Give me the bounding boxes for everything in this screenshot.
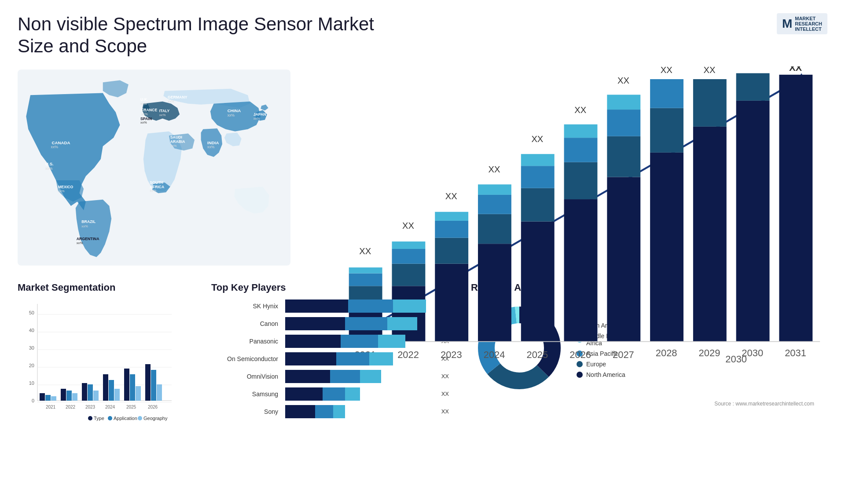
svg-rect-39 <box>349 267 382 273</box>
svg-text:U.S.: U.S. <box>45 161 54 166</box>
svg-text:XX: XX <box>445 191 457 201</box>
svg-rect-49 <box>435 237 468 263</box>
svg-rect-123 <box>109 380 114 401</box>
bar-seg1 <box>285 370 330 383</box>
player-bar-samsung <box>285 387 435 401</box>
svg-text:2024: 2024 <box>484 349 505 360</box>
svg-text:50: 50 <box>29 310 34 315</box>
svg-rect-110 <box>40 393 45 401</box>
segmentation-section: Market Segmentation 0 10 20 30 40 50 <box>18 282 194 504</box>
bar-seg1 <box>285 335 341 348</box>
svg-text:30: 30 <box>29 345 34 351</box>
page-title: Non visible Spectrum Image Sensor Market… <box>18 13 414 58</box>
svg-rect-45 <box>392 241 425 249</box>
bar-seg3 <box>360 370 381 383</box>
svg-rect-112 <box>51 396 56 401</box>
bar-seg1 <box>285 299 348 313</box>
svg-text:xx%: xx% <box>77 241 83 245</box>
svg-rect-115 <box>66 391 72 401</box>
bar-seg2 <box>330 370 360 383</box>
svg-rect-68 <box>564 138 598 162</box>
svg-rect-63 <box>521 154 555 166</box>
bar-seg2 <box>348 299 393 313</box>
bar-seg1 <box>285 405 315 418</box>
svg-rect-66 <box>564 199 598 342</box>
svg-text:INDIA: INDIA <box>207 140 219 145</box>
svg-text:ITALY: ITALY <box>159 109 170 113</box>
svg-text:ARABIA: ARABIA <box>170 139 186 144</box>
svg-rect-89 <box>736 73 770 100</box>
svg-rect-55 <box>478 214 511 244</box>
svg-text:2023: 2023 <box>85 405 96 409</box>
growth-chart-section: XX 2021 XX 2022 XX <box>290 62 827 273</box>
svg-text:xx%: xx% <box>207 145 215 149</box>
svg-text:2028: 2028 <box>656 347 677 358</box>
logo-letter: M <box>782 17 792 31</box>
svg-rect-74 <box>607 110 640 136</box>
svg-rect-119 <box>88 384 93 401</box>
svg-text:ARGENTINA: ARGENTINA <box>77 236 99 241</box>
svg-text:2021: 2021 <box>46 405 56 409</box>
player-name-omnivision: OmniVision <box>211 373 282 380</box>
svg-text:xx%: xx% <box>81 224 88 228</box>
svg-rect-50 <box>435 221 468 238</box>
svg-rect-80 <box>650 79 683 108</box>
logo-line3: INTELLECT <box>795 26 822 32</box>
svg-text:xx%: xx% <box>45 166 53 171</box>
svg-text:20: 20 <box>29 363 34 368</box>
svg-rect-114 <box>61 389 66 401</box>
svg-text:CANADA: CANADA <box>52 140 70 145</box>
svg-text:xx%: xx% <box>228 113 235 117</box>
bar-seg2 <box>341 335 378 348</box>
svg-text:XX: XX <box>574 105 586 115</box>
player-name-onsemi: On Semiconductor <box>211 355 282 362</box>
svg-rect-127 <box>130 374 135 401</box>
svg-rect-126 <box>124 369 129 401</box>
bar-seg1 <box>285 317 345 330</box>
bar-seg3 <box>387 317 417 330</box>
svg-rect-54 <box>478 244 511 342</box>
player-row-onsemi: On Semiconductor XX <box>211 352 449 365</box>
svg-text:SAUDI: SAUDI <box>170 135 182 139</box>
svg-rect-85 <box>693 79 727 127</box>
svg-rect-62 <box>521 166 555 188</box>
logo-line1: MARKET <box>795 16 822 21</box>
svg-point-134 <box>88 416 92 420</box>
svg-text:xx%: xx% <box>58 189 65 193</box>
svg-text:XX: XX <box>703 66 715 75</box>
player-row-samsung: Samsung XX <box>211 387 449 401</box>
header: Non visible Spectrum Image Sensor Market… <box>0 0 845 62</box>
svg-text:2026: 2026 <box>148 405 158 409</box>
svg-text:2026: 2026 <box>569 349 591 360</box>
svg-text:xx%: xx% <box>159 113 166 117</box>
player-bar-onsemi <box>285 352 435 365</box>
svg-text:Geography: Geography <box>143 416 168 421</box>
svg-rect-57 <box>478 184 511 195</box>
player-row-panasonic: Panasonic XX <box>211 335 449 348</box>
svg-rect-132 <box>157 384 162 401</box>
player-name-panasonic: Panasonic <box>211 338 282 345</box>
svg-rect-56 <box>478 195 511 214</box>
player-bar-omnivision <box>285 370 435 383</box>
svg-text:JAPAN: JAPAN <box>254 112 266 117</box>
svg-rect-61 <box>521 188 555 222</box>
svg-text:10: 10 <box>29 380 34 386</box>
svg-text:xx%: xx% <box>141 112 148 116</box>
svg-text:AFRICA: AFRICA <box>150 184 165 189</box>
svg-point-136 <box>108 416 112 420</box>
svg-text:2029: 2029 <box>699 347 720 358</box>
bar-seg3 <box>393 299 426 313</box>
svg-text:XX: XX <box>489 164 500 174</box>
svg-rect-67 <box>564 162 598 199</box>
player-bar-sony <box>285 405 435 418</box>
svg-rect-51 <box>435 212 468 220</box>
svg-rect-43 <box>392 263 425 286</box>
svg-text:FRANCE: FRANCE <box>141 108 157 112</box>
svg-rect-42 <box>392 286 425 341</box>
svg-rect-60 <box>521 221 555 341</box>
svg-text:2030: 2030 <box>725 354 747 365</box>
player-name-canon: Canon <box>211 320 282 327</box>
svg-text:2027: 2027 <box>613 349 634 360</box>
svg-rect-69 <box>564 124 598 138</box>
bar-seg3 <box>369 352 393 365</box>
